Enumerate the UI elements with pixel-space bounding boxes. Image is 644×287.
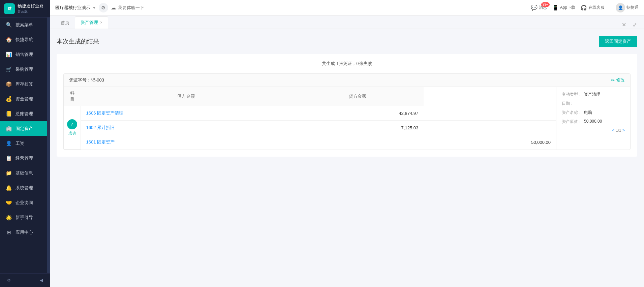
sidebar-item-system[interactable]: 🔔 系统管理 [0, 181, 50, 195]
sidebar-item-apps[interactable]: ⊞ 应用中心 [0, 225, 50, 240]
sidebar-item-operations[interactable]: 📋 经营管理 [0, 151, 50, 166]
table-row: ✓ 成功 1606 固定资产清理 42,874.97 [64, 106, 556, 121]
window-controls: ✕ ⤢ [620, 21, 639, 29]
credit-cell [424, 121, 556, 135]
sidebar-item-label: 工资 [16, 140, 24, 147]
sidebar: 财 畅捷通好业财 普及版 🔍 搜索菜单 🏠 快捷导航 📊 销售管理 🛒 采购管理… [0, 0, 50, 287]
settings-icon[interactable]: ⚙ [5, 277, 12, 284]
sidebar-item-label: 销售管理 [16, 52, 33, 58]
apps-icon: ⊞ [5, 229, 12, 236]
credit-cell [424, 106, 556, 121]
fixed-assets-icon: 🏢 [5, 125, 12, 132]
sidebar-item-fixed-assets[interactable]: 🏢 固定资产 [0, 121, 50, 136]
sidebar-item-ledger[interactable]: 📒 总账管理 [0, 106, 50, 121]
avatar: 👤 [616, 3, 625, 12]
date-row: 日期： [562, 101, 625, 106]
success-icon: ✓ [67, 119, 77, 129]
success-label: 成功 [68, 131, 76, 136]
username: 畅捷通 [626, 5, 639, 10]
sidebar-item-search-menu[interactable]: 🔍 搜索菜单 [0, 18, 50, 32]
user-area[interactable]: 👤 畅捷通 [616, 3, 639, 12]
collapse-icon[interactable]: ◀ [38, 277, 44, 284]
asset-name-value: 电脑 [584, 110, 592, 116]
sidebar-item-quick-nav[interactable]: 🏠 快捷导航 [0, 32, 50, 47]
edit-label: 修改 [616, 77, 625, 83]
subject-link[interactable]: 1606 固定资产清理 [86, 110, 124, 116]
asset-value-row: 资产原值： 50,000.00 [562, 119, 625, 125]
sidebar-item-guide[interactable]: 🌟 新手引导 [0, 210, 50, 225]
sidebar-item-label: 采购管理 [16, 66, 33, 72]
divider [610, 4, 610, 11]
voucher-header: 凭证字号：记-003 ✏ 修改 [64, 74, 630, 87]
chevron-down-icon: ▼ [92, 6, 96, 10]
sidebar-item-payroll[interactable]: 👤 工资 [0, 136, 50, 151]
page-prev[interactable]: < [612, 128, 615, 133]
sidebar-item-basic-info[interactable]: 📁 基础信息 [0, 166, 50, 181]
voucher-table-area: 科目 借方金额 贷方金额 ✓ 成 [64, 87, 556, 150]
tab-home-label: 首页 [61, 20, 69, 26]
asset-value-value: 50,000.00 [584, 119, 602, 124]
funds-icon: 💰 [5, 96, 12, 102]
inventory-icon: 📦 [5, 81, 12, 88]
page-next[interactable]: > [622, 128, 625, 133]
col-debit: 借方金额 [81, 87, 291, 106]
topbar: 医疗器械行业演示 ▼ ⚙ ☁ 我要体验一下 💬 消息 99+ 📱 App下载 🎧… [50, 0, 644, 15]
date-label: 日期： [562, 101, 574, 106]
payroll-icon: 👤 [5, 140, 12, 147]
company-selector[interactable]: 医疗器械行业演示 ▼ [55, 5, 96, 11]
app-download-button[interactable]: 📱 App下载 [552, 5, 575, 11]
app-download-label: App下载 [560, 5, 575, 10]
logo-icon: 财 [4, 3, 15, 14]
asset-name-row: 资产名称： 电脑 [562, 110, 625, 116]
operations-icon: 📋 [5, 155, 12, 162]
sidebar-nav: 🔍 搜索菜单 🏠 快捷导航 📊 销售管理 🛒 采购管理 📦 库存核算 💰 资金管… [0, 18, 50, 273]
edit-voucher-button[interactable]: ✏ 修改 [611, 77, 625, 83]
sidebar-item-label: 应用中心 [16, 229, 33, 235]
app-download-icon: 📱 [552, 5, 559, 11]
search-menu-icon: 🔍 [5, 22, 12, 28]
page-header: 本次生成的结果 返回固定资产 [57, 36, 637, 47]
debit-cell [291, 135, 424, 150]
change-type-value: 资产清理 [584, 92, 600, 97]
sidebar-item-sales[interactable]: 📊 销售管理 [0, 47, 50, 62]
message-badge: 99+ [541, 2, 550, 7]
ledger-icon: 📒 [5, 110, 12, 117]
customer-service-label: 在线客服 [588, 5, 605, 10]
voucher-number: 凭证字号：记-003 [69, 77, 104, 83]
topbar-right: 💬 消息 99+ 📱 App下载 🎧 在线客服 👤 畅捷通 [531, 3, 639, 12]
sidebar-item-funds[interactable]: 💰 资金管理 [0, 92, 50, 106]
close-window-button[interactable]: ✕ [620, 21, 628, 29]
sidebar-item-label: 搜索菜单 [16, 22, 33, 28]
sidebar-item-label: 企业协同 [16, 200, 33, 206]
logo-sub: 普及版 [18, 9, 44, 14]
sales-icon: 📊 [5, 51, 12, 58]
customer-service-button[interactable]: 🎧 在线客服 [581, 5, 605, 11]
sidebar-item-label: 基础信息 [16, 170, 33, 176]
topbar-settings-icon[interactable]: ⚙ [99, 3, 108, 12]
topbar-left: 医疗器械行业演示 ▼ ⚙ ☁ 我要体验一下 [55, 3, 144, 12]
success-indicator: ✓ 成功 [64, 113, 81, 142]
sidebar-item-inventory[interactable]: 📦 库存核算 [0, 77, 50, 92]
result-area: 共生成 1张凭证，0张失败 凭证字号：记-003 ✏ 修改 [57, 54, 637, 157]
tab-home[interactable]: 首页 [55, 17, 75, 29]
result-summary: 共生成 1张凭证，0张失败 [63, 61, 631, 67]
page-content: 本次生成的结果 返回固定资产 共生成 1张凭证，0张失败 凭证字号：记-003 … [50, 29, 644, 287]
messages-button[interactable]: 💬 消息 99+ [531, 4, 547, 11]
sidebar-item-purchase[interactable]: 🛒 采购管理 [0, 62, 50, 77]
experience-button[interactable]: ☁ 我要体验一下 [111, 5, 144, 11]
subject-cell: 1602 累计折旧 [81, 121, 291, 135]
tab-close-icon[interactable]: × [100, 20, 102, 25]
customer-service-icon: 🎧 [581, 5, 587, 11]
return-fixed-assets-button[interactable]: 返回固定资产 [599, 36, 637, 47]
message-icon: 💬 [531, 4, 538, 11]
change-type-label: 变动类型： [562, 92, 582, 97]
subject-link[interactable]: 1601 固定资产 [86, 139, 115, 145]
sidebar-item-corp[interactable]: 🤝 企业协同 [0, 195, 50, 210]
expand-window-button[interactable]: ⤢ [631, 21, 639, 29]
debit-cell: 42,874.97 [291, 106, 424, 121]
asset-name-label: 资产名称： [562, 110, 582, 116]
tab-asset-mgmt[interactable]: 资产管理 × [75, 17, 108, 29]
asset-value-label: 资产原值： [562, 119, 582, 125]
subject-link[interactable]: 1602 累计折旧 [86, 125, 115, 130]
main-content: 医疗器械行业演示 ▼ ⚙ ☁ 我要体验一下 💬 消息 99+ 📱 App下载 🎧… [50, 0, 644, 287]
